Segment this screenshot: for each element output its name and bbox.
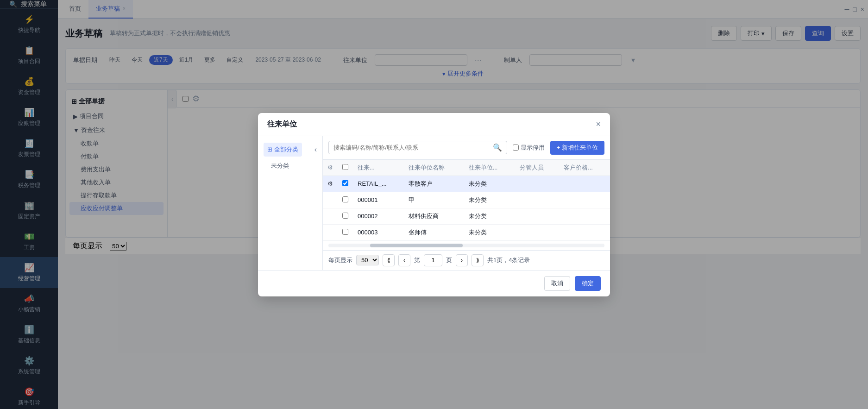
confirm-button[interactable]: 确定 [575,276,601,291]
modal-title: 往来单位 [267,120,297,129]
row-4-checkbox[interactable] [342,229,348,235]
new-partner-button[interactable]: + 新增往来单位 [550,141,604,155]
tree-header: ⊞ 全部分类 ‹ [262,140,319,159]
row-2-salesperson [515,192,560,208]
col-checkbox[interactable] [338,160,353,176]
modal-search-bar: 🔍 显示停用 + 新增往来单位 [323,136,610,160]
modal-close-button[interactable]: × [596,120,601,129]
col-settings[interactable]: ⚙ [323,160,338,176]
row-1-category: 未分类 [464,176,515,192]
tree-item-all-categories[interactable]: ⊞ 全部分类 [264,143,302,157]
last-page-button[interactable]: ⟫ [472,254,484,266]
row-4-settings [323,224,338,240]
col-price-level-header: 客户价格... [559,160,610,176]
row-1-salesperson [515,176,560,192]
modal-header: 往来单位 × [258,113,610,136]
counterpart-modal: 往来单位 × ⊞ 全部分类 ‹ 未分类 [258,113,610,296]
page-unit-label: 页 [446,256,452,264]
row-3-salesperson [515,208,560,224]
row-2-price-level [559,192,610,208]
search-box: 🔍 [328,141,507,154]
row-2-name: 甲 [404,192,464,208]
next-page-button[interactable]: › [456,254,468,266]
row-4-price-level [559,224,610,240]
row-3-code: 000002 [353,208,404,224]
page-label: 第 [414,256,420,264]
modal-overlay: 往来单位 × ⊞ 全部分类 ‹ 未分类 [0,0,868,409]
modal-table: ⚙ 往来... 往来单位名称 往来单位... 分管人员 客户价格... [323,160,610,241]
row-1-checkbox[interactable] [342,180,348,186]
row-4-salesperson [515,224,560,240]
modal-body: ⊞ 全部分类 ‹ 未分类 🔍 显示停用 [258,136,610,270]
row-4-code: 000003 [353,224,404,240]
row-3-checkbox-cell[interactable] [338,208,353,224]
row-1-price-level [559,176,610,192]
show-disabled-checkbox[interactable] [513,145,519,151]
col-category-header: 往来单位... [464,160,515,176]
first-page-button[interactable]: ⟪ [383,254,395,266]
modal-right-content: 🔍 显示停用 + 新增往来单位 ⚙ [323,136,610,270]
modal-table-body: ⚙ RETAIL_... 零散客户 未分类 [323,176,610,240]
table-row[interactable]: 000002 材料供应商 未分类 [323,208,610,224]
row-3-name: 材料供应商 [404,208,464,224]
row-4-category: 未分类 [464,224,515,240]
row-3-checkbox[interactable] [342,213,348,219]
row-settings-icon[interactable]: ⚙ [323,176,338,192]
row-2-checkbox[interactable] [342,196,348,202]
col-salesperson-header: 分管人员 [515,160,560,176]
row-3-price-level [559,208,610,224]
row-4-name: 张师傅 [404,224,464,240]
tree-item-uncategorized[interactable]: 未分类 [262,159,319,172]
modal-table-wrapper: ⚙ 往来... 往来单位名称 往来单位... 分管人员 客户价格... [323,160,610,241]
row-4-checkbox-cell[interactable] [338,224,353,240]
prev-page-button[interactable]: ‹ [398,254,410,266]
total-records-label: 共1页，4条记录 [487,256,530,264]
table-row[interactable]: 000003 张师傅 未分类 [323,224,610,240]
tree-all-label: 全部分类 [274,145,298,154]
row-1-name: 零散客户 [404,176,464,192]
modal-table-head: ⚙ 往来... 往来单位名称 往来单位... 分管人员 客户价格... [323,160,610,176]
row-1-code: RETAIL_... [353,176,404,192]
modal-footer: 取消 确定 [258,270,610,296]
modal-tree: ⊞ 全部分类 ‹ 未分类 [258,136,323,270]
row-3-category: 未分类 [464,208,515,224]
tree-collapse-icon[interactable]: ‹ [314,145,317,154]
grid-icon-small: ⊞ [267,146,272,153]
row-2-settings [323,192,338,208]
row-2-checkbox-cell[interactable] [338,192,353,208]
col-name-header: 往来单位名称 [404,160,464,176]
row-checkbox-cell[interactable] [338,176,353,192]
per-page-select[interactable]: 50 [356,255,379,265]
horizontal-scrollbar[interactable] [328,244,604,247]
scrollbar-thumb[interactable] [370,244,463,247]
modal-pagination: 每页显示 50 ⟪ ‹ 第 页 › ⟫ 共1页，4条记录 [323,250,610,270]
page-number-input[interactable] [424,254,442,266]
row-3-settings [323,208,338,224]
table-select-all-checkbox[interactable] [342,164,348,170]
table-row[interactable]: ⚙ RETAIL_... 零散客户 未分类 [323,176,610,192]
search-icon: 🔍 [493,143,502,152]
per-page-label: 每页显示 [328,256,352,264]
show-disabled-label: 显示停用 [513,144,545,152]
table-row[interactable]: 000001 甲 未分类 [323,192,610,208]
row-2-code: 000001 [353,192,404,208]
row-2-category: 未分类 [464,192,515,208]
col-code-header: 往来... [353,160,404,176]
search-input[interactable] [333,144,490,151]
cancel-button[interactable]: 取消 [544,276,570,291]
